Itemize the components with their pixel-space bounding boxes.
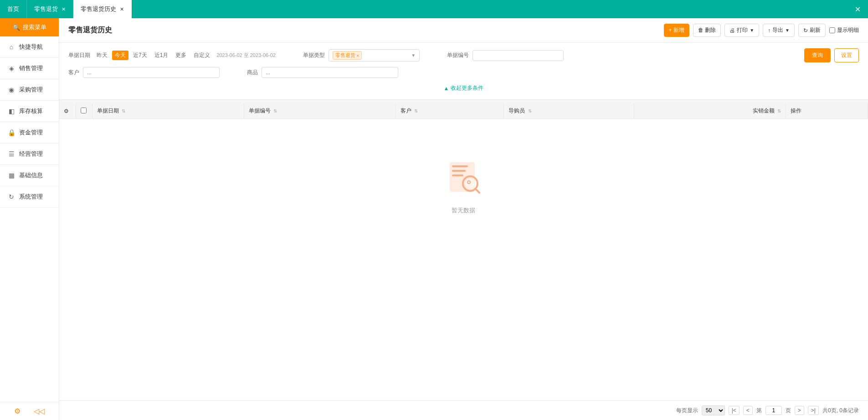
sidebar-item-finance[interactable]: 🔒 资金管理 xyxy=(0,122,59,143)
print-button[interactable]: 🖨 🖨 打印 打印 ▼ xyxy=(724,24,759,37)
filter-row-2: 客户 商品 xyxy=(68,67,859,78)
audio-icon[interactable]: ◁◁ xyxy=(34,407,45,415)
empty-illustration xyxy=(441,155,486,201)
sidebar-bottom: ⚙ ◁◁ xyxy=(0,402,59,420)
table-settings-icon[interactable]: ⚙ xyxy=(64,108,69,114)
table-col-settings[interactable]: ⚙ xyxy=(59,103,76,119)
filter-doctype-tag: 零售退货 × xyxy=(333,51,362,60)
tab-retail-return-close[interactable]: ✕ xyxy=(62,6,66,12)
tab-retail-return-history-close[interactable]: ✕ xyxy=(120,6,124,12)
export-dropdown-icon: ▼ xyxy=(785,28,790,33)
filter-doctype-item: 单据类型 零售退货 × ▼ xyxy=(303,49,420,61)
topbar-close-btn[interactable]: ✕ xyxy=(855,5,868,14)
sidebar-search[interactable]: 🔍 搜索菜单 xyxy=(0,18,59,36)
top-bar: 首页 零售退货 ✕ 零售退货历史 ✕ ✕ xyxy=(0,0,868,18)
show-detail-checkbox[interactable] xyxy=(829,27,835,33)
page-next-btn[interactable]: > xyxy=(795,406,804,415)
table-col-amount[interactable]: 实销金额 ⇅ xyxy=(634,103,786,119)
collapse-arrow-icon: ▲ xyxy=(444,85,449,92)
filter-docno-input[interactable] xyxy=(473,50,564,61)
table-select-all[interactable] xyxy=(81,108,87,113)
tab-home[interactable]: 首页 xyxy=(0,0,27,18)
filter-collapse-container: ▲ 收起更多条件 xyxy=(68,82,859,94)
filter-goods-input[interactable] xyxy=(262,67,398,78)
content-area: 零售退货历史 + 新增 🗑 删除 🖨 🖨 打印 打印 ▼ ↑ 导出 ▼ ↻ 刷 xyxy=(59,18,868,420)
pagination-bar: 每页显示 20 50 100 |< < 第 页 > >| 共0页, 0条记录 xyxy=(59,400,868,420)
date-btn-yesterday[interactable]: 昨天 xyxy=(94,51,110,60)
tab-retail-return[interactable]: 零售退货 ✕ xyxy=(27,0,73,18)
inventory-icon: ◧ xyxy=(7,107,15,115)
amount-sort-icon: ⇅ xyxy=(777,108,781,113)
guide-sort-icon: ⇅ xyxy=(528,108,532,113)
filter-date-label: 单据日期 xyxy=(68,51,90,59)
new-button[interactable]: + 新增 xyxy=(664,24,689,37)
page-title: 零售退货历史 xyxy=(68,26,112,35)
filter-customer-input[interactable] xyxy=(83,67,220,78)
date-btn-more[interactable]: 更多 xyxy=(173,51,189,60)
date-btn-last1m[interactable]: 近1月 xyxy=(152,51,171,60)
page-prev-btn[interactable]: < xyxy=(743,406,753,415)
export-button[interactable]: ↑ 导出 ▼ xyxy=(763,24,795,37)
svg-line-5 xyxy=(475,189,479,193)
search-icon: 🔍 xyxy=(13,24,20,31)
filter-row-1: 单据日期 昨天 今天 近7天 近1月 更多 自定义 2023-06-02 至 2… xyxy=(68,48,859,62)
page-last-btn[interactable]: >| xyxy=(808,406,819,415)
tab-retail-return-label: 零售退货 xyxy=(34,5,58,13)
sidebar-item-sys-mgmt[interactable]: ↻ 系统管理 xyxy=(0,186,59,208)
filter-goods-item: 商品 xyxy=(247,67,398,78)
date-btn-custom[interactable]: 自定义 xyxy=(191,51,213,60)
svg-rect-2 xyxy=(452,170,466,172)
doc-date-sort-icon: ⇅ xyxy=(122,108,125,113)
settings-gear-icon[interactable]: ⚙ xyxy=(14,407,21,415)
table-col-guide[interactable]: 导购员 ⇅ xyxy=(504,103,634,119)
print-dropdown-icon: ▼ xyxy=(750,28,754,33)
page-size-select[interactable]: 20 50 100 xyxy=(702,405,725,415)
sidebar-item-basic-info-label: 基础信息 xyxy=(19,171,43,179)
table-wrapper: ⚙ 单据日期 ⇅ 单据编号 ⇅ xyxy=(59,103,868,400)
filter-doctype-tag-close[interactable]: × xyxy=(356,53,359,58)
sidebar-item-quick-nav[interactable]: ⌂ 快捷导航 xyxy=(0,36,59,58)
customer-sort-icon: ⇅ xyxy=(414,108,418,113)
page-size-label: 每页显示 xyxy=(676,407,698,415)
filter-docno-item: 单据编号 xyxy=(447,50,564,61)
setting-button[interactable]: 设置 xyxy=(834,48,859,62)
page-input[interactable] xyxy=(765,406,782,415)
delete-button[interactable]: 🗑 删除 xyxy=(693,24,721,37)
home-icon: ⌂ xyxy=(7,43,15,51)
query-button[interactable]: 查询 xyxy=(804,48,831,62)
sidebar-item-basic-info[interactable]: ▦ 基础信息 xyxy=(0,165,59,186)
table-col-checkbox[interactable] xyxy=(76,103,92,119)
date-btn-today[interactable]: 今天 xyxy=(112,51,128,60)
filter-docno-label: 单据编号 xyxy=(447,51,469,59)
filter-doctype-select[interactable]: 零售退货 × ▼ xyxy=(329,49,420,61)
page-unit: 页 xyxy=(786,407,791,415)
refresh-button[interactable]: ↻ 刷新 xyxy=(798,24,826,37)
filter-doctype-tag-text: 零售退货 xyxy=(335,52,355,59)
filter-goods-label: 商品 xyxy=(247,69,258,77)
main-layout: 🔍 搜索菜单 ⌂ 快捷导航 ◈ 销售管理 ◉ 采购管理 ◧ 库存核算 🔒 资金 xyxy=(0,18,868,420)
basic-info-icon: ▦ xyxy=(7,171,15,179)
sidebar-item-sales-mgmt[interactable]: ◈ 销售管理 xyxy=(0,58,59,79)
collapse-button[interactable]: ▲ 收起更多条件 xyxy=(68,82,859,94)
sidebar: 🔍 搜索菜单 ⌂ 快捷导航 ◈ 销售管理 ◉ 采购管理 ◧ 库存核算 🔒 资金 xyxy=(0,18,59,420)
sidebar-item-purchase-mgmt-label: 采购管理 xyxy=(19,86,43,94)
sidebar-item-operations[interactable]: ☰ 经营管理 xyxy=(0,143,59,165)
svg-rect-3 xyxy=(452,174,463,176)
page-label: 第 xyxy=(756,407,762,415)
doc-no-sort-icon: ⇅ xyxy=(273,108,277,113)
table-col-customer[interactable]: 客户 ⇅ xyxy=(396,103,504,119)
table-col-doc-no[interactable]: 单据编号 ⇅ xyxy=(244,103,395,119)
sidebar-item-purchase-mgmt[interactable]: ◉ 采购管理 xyxy=(0,79,59,101)
date-btn-last7[interactable]: 近7天 xyxy=(130,51,150,60)
page-actions: + 新增 🗑 删除 🖨 🖨 打印 打印 ▼ ↑ 导出 ▼ ↻ 刷新 xyxy=(664,24,859,37)
page-first-btn[interactable]: |< xyxy=(729,406,740,415)
table-col-doc-date[interactable]: 单据日期 ⇅ xyxy=(92,103,244,119)
filter-customer-item: 客户 xyxy=(68,67,220,78)
tab-retail-return-history[interactable]: 零售退货历史 ✕ xyxy=(73,0,132,18)
tab-list: 首页 零售退货 ✕ 零售退货历史 ✕ xyxy=(0,0,855,18)
refresh-icon: ↻ xyxy=(803,27,808,34)
sidebar-item-sales-mgmt-label: 销售管理 xyxy=(19,64,43,72)
filter-action-buttons: 查询 设置 xyxy=(804,48,859,62)
sidebar-item-inventory[interactable]: ◧ 库存核算 xyxy=(0,101,59,122)
show-detail-label[interactable]: 显示明细 xyxy=(829,26,859,34)
